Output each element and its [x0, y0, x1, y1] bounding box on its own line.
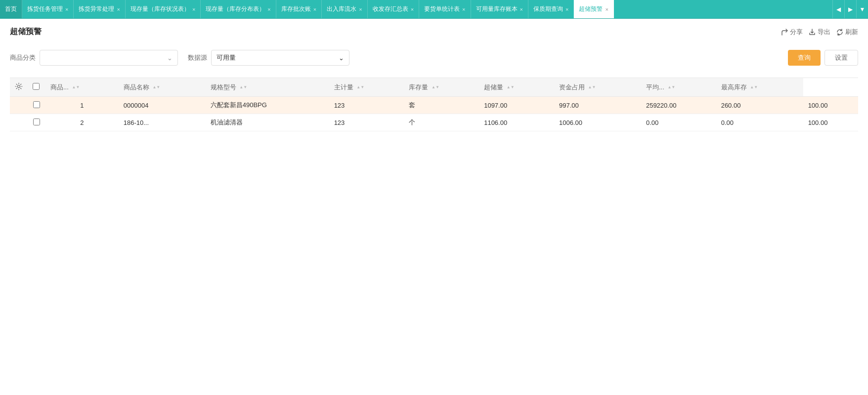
nav-tab-11-label: 超储预警 [579, 5, 603, 13]
settings-button[interactable]: 设置 [825, 50, 858, 66]
share-icon [781, 29, 788, 36]
nav-tab-1-label: 拣货任务管理 [27, 5, 63, 13]
col-max-sort[interactable]: ▲▼ [750, 85, 758, 89]
row-checkbox-cell[interactable] [28, 114, 45, 131]
row-unit: 个 [404, 114, 479, 131]
nav-tab-2-label: 拣货异常处理 [79, 5, 114, 13]
nav-tab-4-close[interactable]: × [267, 6, 270, 12]
row-stock: 1106.00 [479, 114, 554, 131]
col-select-all[interactable] [28, 78, 45, 97]
nav-tab-9-label: 可用量库存账本 [476, 5, 518, 13]
col-spec-sort[interactable]: ▲▼ [239, 85, 247, 89]
col-stock-label: 库存量 [409, 83, 428, 91]
row-spec: 123 [329, 97, 404, 114]
col-capital: 资金占用 ▲▼ [554, 78, 641, 97]
filter-area: 商品分类 ⌄ 数据源 可用量 ⌄ 查询 设置 [10, 45, 858, 71]
nav-tab-2-close[interactable]: × [117, 6, 120, 12]
refresh-label: 刷新 [845, 28, 858, 37]
nav-tab-5-label: 库存批次账 [281, 5, 311, 13]
col-capital-sort[interactable]: ▲▼ [588, 85, 596, 89]
row-gear [10, 97, 28, 114]
col-name-label: 商品名称 [124, 83, 149, 91]
col-over-sort[interactable]: ▲▼ [507, 85, 515, 89]
row-checkbox-cell[interactable] [28, 97, 45, 114]
col-code-sort[interactable]: ▲▼ [72, 85, 80, 89]
refresh-action[interactable]: 刷新 [836, 28, 858, 37]
nav-arrows: ◀ ▶ ▼ [832, 0, 868, 19]
nav-tab-11[interactable]: 超储预警 × [574, 0, 613, 19]
row-avg: 260.00 [716, 97, 803, 114]
nav-tab-4-label: 现存量（库存分布表） [206, 5, 265, 13]
datasource-filter: 数据源 可用量 ⌄ [188, 50, 349, 66]
row-index: 2 [45, 114, 119, 131]
datasource-select[interactable]: 可用量 ⌄ [211, 50, 349, 66]
share-action[interactable]: 分享 [781, 28, 803, 37]
nav-tab-3-label: 现存量（库存状况表） [130, 5, 190, 13]
row-unit: 套 [404, 97, 479, 114]
export-action[interactable]: 导出 [809, 28, 830, 37]
nav-more-arrow[interactable]: ▼ [856, 0, 868, 19]
page-header: 超储预警 分享 导出 刷新 [10, 27, 858, 37]
col-spec: 规格型号 ▲▼ [206, 78, 329, 97]
svg-point-0 [18, 85, 20, 88]
col-code: 商品... ▲▼ [45, 78, 119, 97]
col-spec-label: 规格型号 [211, 83, 236, 91]
nav-tab-8[interactable]: 要货单统计表 × [419, 0, 471, 19]
table-header-row: 商品... ▲▼ 商品名称 ▲▼ 规格型号 ▲▼ 主计量 ▲▼ 库存量 ▲▼ [10, 78, 858, 97]
row-over: 1006.00 [554, 114, 641, 131]
nav-tab-3[interactable]: 现存量（库存状况表） × [126, 0, 201, 19]
row-avg: 0.00 [716, 114, 803, 131]
nav-tab-1-close[interactable]: × [65, 6, 68, 12]
nav-tab-6-close[interactable]: × [359, 6, 362, 12]
row-capital: 259220.00 [641, 97, 716, 114]
query-button[interactable]: 查询 [788, 50, 821, 66]
nav-tab-6[interactable]: 出入库流水 × [322, 0, 367, 19]
col-avg-label: 平均... [646, 83, 664, 91]
nav-tab-8-label: 要货单统计表 [424, 5, 460, 13]
nav-tab-2[interactable]: 拣货异常处理 × [74, 0, 125, 19]
col-over-label: 超储量 [484, 83, 503, 91]
nav-tab-4[interactable]: 现存量（库存分布表） × [201, 0, 276, 19]
nav-tab-7-close[interactable]: × [411, 6, 414, 12]
col-unit: 主计量 ▲▼ [329, 78, 404, 97]
row-checkbox[interactable] [33, 101, 40, 108]
top-nav: 首页 拣货任务管理 × 拣货异常处理 × 现存量（库存状况表） × 现存量（库存… [0, 0, 868, 19]
nav-tab-10-label: 保质期查询 [533, 5, 563, 13]
nav-tab-11-close[interactable]: × [605, 6, 608, 12]
col-unit-label: 主计量 [334, 83, 353, 91]
col-unit-sort[interactable]: ▲▼ [356, 85, 364, 89]
row-spec: 123 [329, 114, 404, 131]
select-all-checkbox[interactable] [33, 83, 40, 90]
col-name-sort[interactable]: ▲▼ [152, 85, 160, 89]
row-stock: 1097.00 [479, 97, 554, 114]
nav-tab-5[interactable]: 库存批次账 × [276, 0, 322, 19]
home-tab-label: 首页 [5, 5, 17, 13]
col-max: 最高库存 ▲▼ [716, 78, 803, 97]
row-max: 100.00 [803, 97, 858, 114]
row-name: 六配套新昌490BPG [206, 97, 329, 114]
nav-prev-arrow[interactable]: ◀ [832, 0, 844, 19]
row-checkbox[interactable] [33, 118, 40, 125]
datasource-select-value: 可用量 [217, 53, 236, 62]
datasource-label: 数据源 [188, 53, 207, 62]
nav-tab-9[interactable]: 可用量库存账本 × [471, 0, 528, 19]
nav-tab-10[interactable]: 保质期查询 × [528, 0, 574, 19]
row-name: 机油滤清器 [206, 114, 329, 131]
nav-tab-8-close[interactable]: × [462, 6, 465, 12]
col-stock: 库存量 ▲▼ [404, 78, 479, 97]
nav-tab-7[interactable]: 收发存汇总表 × [368, 0, 419, 19]
nav-next-arrow[interactable]: ▶ [844, 0, 856, 19]
nav-tab-10-close[interactable]: × [565, 6, 568, 12]
nav-tab-5-close[interactable]: × [313, 6, 316, 12]
nav-tab-1[interactable]: 拣货任务管理 × [22, 0, 74, 19]
category-select[interactable]: ⌄ [40, 50, 178, 66]
gear-icon[interactable] [15, 82, 23, 90]
row-capital: 0.00 [641, 114, 716, 131]
col-avg-sort[interactable]: ▲▼ [667, 85, 675, 89]
nav-tab-9-close[interactable]: × [520, 6, 523, 12]
nav-tab-home[interactable]: 首页 [0, 0, 22, 19]
nav-tab-3-close[interactable]: × [192, 6, 195, 12]
row-index: 1 [45, 97, 119, 114]
filter-actions-right: 查询 设置 [788, 50, 858, 66]
col-stock-sort[interactable]: ▲▼ [432, 85, 439, 89]
